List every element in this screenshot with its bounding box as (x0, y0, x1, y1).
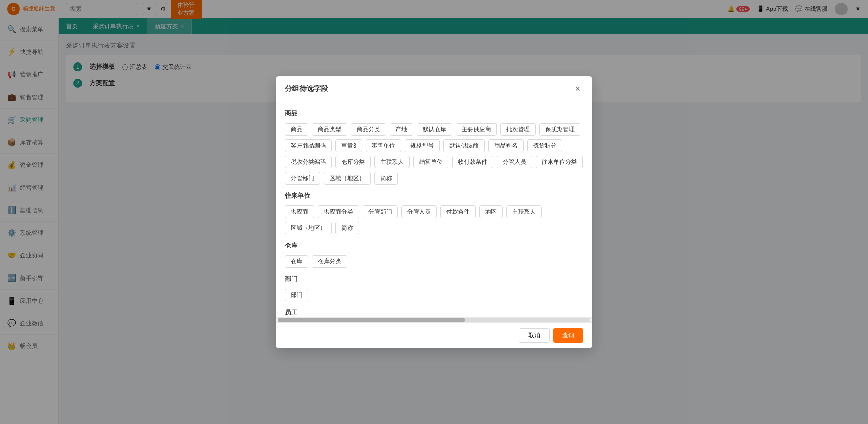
chip-product-5[interactable]: 主要供应商 (456, 123, 497, 136)
chip-product-12[interactable]: 默认供应商 (443, 139, 485, 152)
chip-product-18[interactable]: 结算单位 (413, 156, 448, 168)
chip-product-11[interactable]: 规格型号 (405, 139, 440, 152)
chip-warehouse-0[interactable]: 仓库 (285, 255, 308, 268)
field-chips-warehouse: 仓库 仓库分类 (285, 255, 583, 268)
field-chips-partner: 供应商 供应商分类 分管部门 分管人员 付款条件 地区 主联系人 区域（地区） … (285, 205, 583, 234)
chip-product-13[interactable]: 商品别名 (488, 139, 524, 152)
modal-body: 商品 商品 商品类型 商品分类 产地 默认仓库 主要供应商 批次管理 保质期管理… (276, 102, 592, 318)
chip-partner-5[interactable]: 地区 (479, 205, 503, 218)
group-title-dept: 部门 (285, 275, 583, 283)
chip-product-14[interactable]: 拣货积分 (527, 139, 562, 152)
modal-dialog: 分组待选字段 × 商品 商品 商品类型 商品分类 产地 默认仓库 主要供应商 批… (276, 76, 592, 348)
chip-product-21[interactable]: 往来单位分类 (536, 156, 583, 168)
modal-footer: 取消 查询 (276, 322, 592, 348)
chip-product-9[interactable]: 重量3 (335, 139, 362, 152)
chip-product-20[interactable]: 分管人员 (497, 156, 532, 168)
chip-product-24[interactable]: 简称 (374, 172, 398, 185)
chip-product-16[interactable]: 仓库分类 (335, 156, 371, 168)
chip-partner-2[interactable]: 分管部门 (363, 205, 398, 218)
chip-product-6[interactable]: 批次管理 (500, 123, 536, 136)
chip-partner-7[interactable]: 区域（地区） (285, 222, 332, 234)
chip-product-7[interactable]: 保质期管理 (539, 123, 580, 136)
chip-product-15[interactable]: 税收分类编码 (285, 156, 332, 168)
modal-scroll-bottom (276, 317, 592, 322)
chip-product-19[interactable]: 收付款条件 (452, 156, 493, 168)
chip-partner-6[interactable]: 主联系人 (506, 205, 542, 218)
modal-title: 分组待选字段 (285, 84, 328, 94)
chip-product-0[interactable]: 商品 (285, 123, 308, 136)
chip-dept-0[interactable]: 部门 (285, 289, 308, 301)
chip-partner-3[interactable]: 分管人员 (401, 205, 437, 218)
horizontal-scrollbar-thumb (278, 318, 465, 322)
chip-product-3[interactable]: 产地 (390, 123, 413, 136)
horizontal-scrollbar[interactable] (278, 318, 590, 322)
field-chips-dept: 部门 (285, 289, 583, 301)
chip-product-23[interactable]: 区域（地区） (324, 172, 371, 185)
group-title-product: 商品 (285, 110, 583, 118)
modal-close-button[interactable]: × (572, 84, 583, 95)
chip-warehouse-1[interactable]: 仓库分类 (312, 255, 347, 268)
chip-product-22[interactable]: 分管部门 (285, 172, 320, 185)
chip-product-1[interactable]: 商品类型 (312, 123, 347, 136)
group-title-partner: 往来单位 (285, 192, 583, 200)
chip-partner-0[interactable]: 供应商 (285, 205, 314, 218)
chip-product-8[interactable]: 客户商品编码 (285, 139, 332, 152)
chip-product-2[interactable]: 商品分类 (351, 123, 386, 136)
field-chips-product: 商品 商品类型 商品分类 产地 默认仓库 主要供应商 批次管理 保质期管理 客户… (285, 123, 583, 185)
cancel-button[interactable]: 取消 (519, 328, 550, 343)
chip-product-17[interactable]: 主联系人 (374, 156, 410, 168)
chip-product-10[interactable]: 零售单位 (366, 139, 401, 152)
chip-partner-8[interactable]: 简称 (335, 222, 359, 234)
chip-partner-4[interactable]: 付款条件 (440, 205, 476, 218)
group-title-staff: 员工 (285, 309, 583, 317)
chip-product-4[interactable]: 默认仓库 (417, 123, 452, 136)
group-title-warehouse: 仓库 (285, 242, 583, 250)
modal-header: 分组待选字段 × (276, 76, 592, 102)
confirm-button[interactable]: 查询 (553, 328, 583, 343)
modal-overlay: 分组待选字段 × 商品 商品 商品类型 商品分类 产地 默认仓库 主要供应商 批… (0, 0, 868, 424)
chip-partner-1[interactable]: 供应商分类 (318, 205, 359, 218)
